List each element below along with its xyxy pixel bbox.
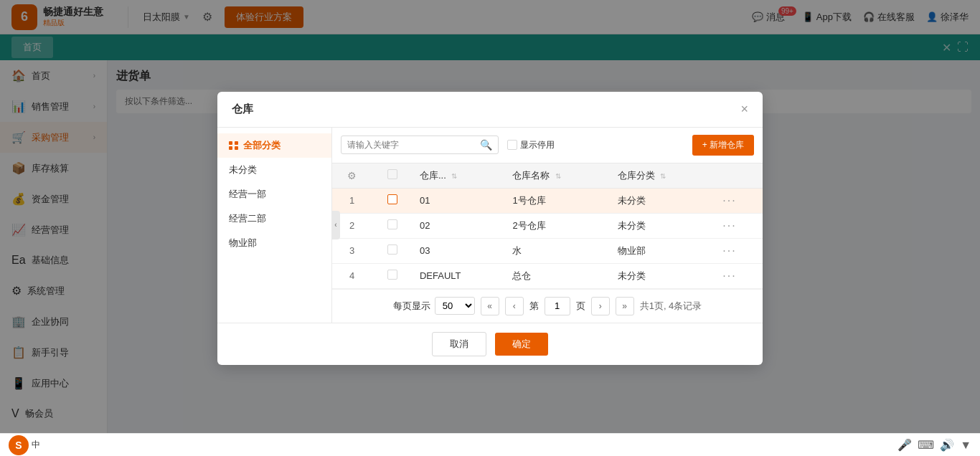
row-select-checkbox-2[interactable] [387, 244, 397, 255]
row-num-3: 4 [332, 263, 372, 288]
row-category-3: 未分类 [611, 263, 715, 288]
next-page-button[interactable]: › [591, 297, 610, 315]
col-checkbox [372, 163, 413, 188]
modal-overlay: 仓库 × 全部分类 未分类 经营一部 经营二部 物业部 ‹ [0, 0, 980, 456]
grid-icon [229, 141, 239, 150]
show-disabled-option[interactable]: 显示停用 [507, 139, 555, 151]
row-category-0: 未分类 [611, 188, 715, 213]
row-checkbox-0[interactable] [372, 188, 413, 213]
row-code-3: DEFAULT [413, 263, 506, 288]
mic-icon[interactable]: 🎤 [897, 438, 912, 452]
page-label: 第 [529, 300, 539, 313]
page-number-input[interactable] [545, 297, 570, 315]
bottom-icons: 🎤 ⌨ 🔊 ▼ [897, 438, 971, 452]
row-select-checkbox-3[interactable] [387, 270, 397, 280]
col-code-label: 仓库... [420, 170, 446, 181]
warehouse-modal: 仓库 × 全部分类 未分类 经营一部 经营二部 物业部 ‹ [217, 92, 763, 365]
search-input[interactable] [347, 140, 477, 150]
col-name-label: 仓库名称 [512, 170, 550, 181]
col-name-header: 仓库名称 ⇅ [505, 163, 610, 188]
pagination: 每页显示 50 20 100 « ‹ 第 页 › » 共1页, 4条记录 [332, 289, 763, 323]
keyboard-icon[interactable]: ⌨ [918, 438, 934, 452]
row-name-1: 2号仓库 [505, 213, 610, 238]
table-toolbar: 🔍 显示停用 + 新增仓库 [332, 128, 763, 163]
row-code-2: 03 [413, 238, 506, 263]
row-more-icon-0[interactable]: ··· [722, 194, 736, 206]
row-name-0: 1号仓库 [505, 188, 610, 213]
table-row[interactable]: 4 DEFAULT 总仓 未分类 ··· [332, 263, 763, 288]
row-name-2: 水 [505, 238, 610, 263]
modal-title: 仓库 [232, 103, 253, 116]
row-more-icon-1[interactable]: ··· [722, 219, 736, 232]
prev-page-button[interactable]: ‹ [505, 297, 524, 315]
row-checkbox-1[interactable] [372, 213, 413, 238]
col-code-header: 仓库... ⇅ [413, 163, 506, 188]
row-actions-2[interactable]: ··· [715, 238, 763, 263]
row-num-0: 1 [332, 188, 372, 213]
bottom-logo: S 中 [9, 435, 40, 455]
bottom-brand: 中 [32, 439, 40, 451]
per-page-select[interactable]: 50 20 100 [435, 297, 475, 315]
search-icon: 🔍 [480, 139, 492, 151]
row-more-icon-2[interactable]: ··· [722, 244, 736, 257]
modal-close-button[interactable]: × [740, 102, 748, 117]
table-area: 🔍 显示停用 + 新增仓库 ⚙ [332, 128, 763, 323]
modal-header: 仓库 × [217, 92, 763, 128]
category-item-2[interactable]: 经营二部 [217, 206, 331, 231]
table-row[interactable]: 2 02 2号仓库 未分类 ··· [332, 213, 763, 238]
category-item-0[interactable]: 未分类 [217, 158, 331, 182]
column-settings-icon[interactable]: ⚙ [347, 170, 357, 181]
sort-name-icon[interactable]: ⇅ [555, 172, 561, 180]
table-row[interactable]: 1 01 1号仓库 未分类 ··· [332, 188, 763, 213]
show-disabled-label: 显示停用 [520, 139, 555, 151]
col-actions-header [715, 163, 763, 188]
chevron-down-icon[interactable]: ▼ [960, 439, 971, 452]
col-category-label: 仓库分类 [618, 170, 655, 181]
sort-code-icon[interactable]: ⇅ [451, 172, 457, 180]
row-name-3: 总仓 [505, 263, 610, 288]
show-disabled-checkbox[interactable] [507, 140, 517, 150]
row-checkbox-3[interactable] [372, 263, 413, 288]
confirm-button[interactable]: 确定 [495, 333, 548, 356]
col-category-header: 仓库分类 ⇅ [611, 163, 715, 188]
row-more-icon-3[interactable]: ··· [722, 270, 736, 282]
row-category-2: 物业部 [611, 238, 715, 263]
row-code-1: 02 [413, 213, 506, 238]
cancel-button[interactable]: 取消 [432, 332, 486, 356]
category-item-3[interactable]: 物业部 [217, 231, 331, 255]
category-item-1[interactable]: 经营一部 [217, 182, 331, 206]
total-info: 共1页, 4条记录 [640, 300, 702, 313]
bottom-bar: S 中 🎤 ⌨ 🔊 ▼ [0, 433, 980, 456]
row-select-checkbox-1[interactable] [387, 219, 397, 229]
row-actions-0[interactable]: ··· [715, 188, 763, 213]
first-page-button[interactable]: « [481, 297, 499, 315]
select-all-checkbox[interactable] [387, 169, 397, 179]
row-num-2: 3 [332, 238, 372, 263]
warehouse-table: ⚙ 仓库... ⇅ 仓库名称 [332, 163, 763, 289]
modal-body: 全部分类 未分类 经营一部 经营二部 物业部 ‹ 🔍 [217, 128, 763, 323]
row-code-0: 01 [413, 188, 506, 213]
table-row[interactable]: 3 03 水 物业部 ··· [332, 238, 763, 263]
modal-footer: 取消 确定 [217, 323, 763, 365]
row-category-1: 未分类 [611, 213, 715, 238]
page-unit: 页 [576, 300, 585, 313]
sort-category-icon[interactable]: ⇅ [660, 172, 666, 180]
search-box[interactable]: 🔍 [341, 136, 499, 154]
per-page-select-wrap: 每页显示 50 20 100 [393, 297, 475, 315]
cat-collapse-button[interactable]: ‹ [331, 211, 340, 239]
per-page-label: 每页显示 [393, 300, 430, 313]
row-checkbox-2[interactable] [372, 238, 413, 263]
row-select-checkbox-0[interactable] [387, 194, 397, 204]
row-actions-1[interactable]: ··· [715, 213, 763, 238]
add-warehouse-button[interactable]: + 新增仓库 [692, 135, 754, 156]
category-all-label: 全部分类 [243, 139, 281, 152]
last-page-button[interactable]: » [616, 297, 634, 315]
category-sidebar: 全部分类 未分类 经营一部 经营二部 物业部 ‹ [217, 128, 332, 323]
col-gear: ⚙ [332, 163, 372, 188]
row-actions-3[interactable]: ··· [715, 263, 763, 288]
category-all[interactable]: 全部分类 [217, 133, 331, 158]
speaker-icon[interactable]: 🔊 [940, 438, 954, 452]
bottom-logo-icon: S [9, 435, 29, 455]
